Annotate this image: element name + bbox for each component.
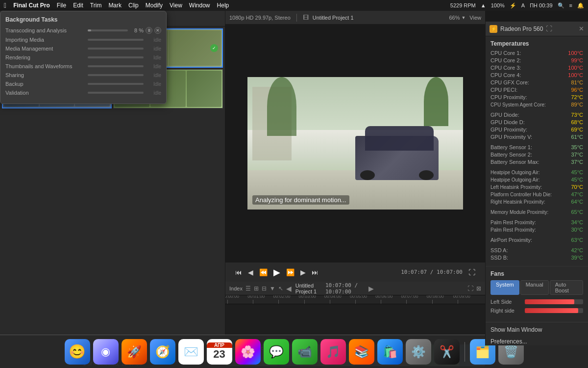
viewer-format: 1080p HD 29.97p, Stereo — [229, 15, 291, 21]
control-center-icon[interactable]: ≡ — [569, 2, 572, 8]
app-name-menu[interactable]: Final Cut Pro — [13, 2, 50, 9]
step-forward-icon[interactable]: ▶ — [300, 268, 306, 276]
battery-status: 100% — [491, 2, 505, 8]
play-button[interactable]: ▶ — [273, 267, 280, 278]
timeline-timecode: 10:07:00 / 10:07:00 — [325, 282, 365, 295]
stop-btn[interactable]: ✕ — [154, 27, 161, 34]
step-back-icon[interactable]: ◀ — [248, 268, 253, 276]
timeline-nav: ◀ Untitled Project 1 10:07:00 / 10:07:00… — [286, 282, 374, 295]
file-menu[interactable]: File — [57, 2, 66, 9]
ruler-mark-7: 00:07:00 — [406, 300, 432, 304]
ruler-mark-5: 00:05:00 — [355, 300, 381, 304]
music-icon: 🎵 — [326, 345, 341, 359]
timeline-zoom-icon[interactable]: ⊟ — [262, 285, 267, 292]
timeline-expand-icon[interactable]: ⛶ — [467, 285, 473, 292]
mark-menu[interactable]: Mark — [108, 2, 122, 9]
dock-item-appstore[interactable]: 🛍️ — [377, 339, 403, 365]
rpm-status: 5229 RPM — [450, 2, 476, 8]
dock-item-books[interactable]: 📚 — [349, 339, 374, 365]
search-icon[interactable]: 🔍 — [558, 2, 564, 9]
dock-item-siri[interactable]: ◉ — [93, 339, 119, 365]
window-menu[interactable]: Window — [189, 2, 210, 9]
arrow-tool-icon[interactable]: ↖ — [278, 285, 283, 292]
show-main-window-item[interactable]: Show Main Window — [486, 324, 588, 336]
clip-icon: 🎞 — [303, 14, 309, 21]
temperatures-title: Temperatures — [490, 40, 583, 47]
timeline-settings-icon[interactable]: ⊞ — [254, 285, 259, 292]
skip-back-icon[interactable]: ⏮ — [235, 268, 242, 276]
cpu-peci-row: CPU PECI: 96°C — [490, 87, 583, 93]
timeline-project-name: Untitled Project 1 — [295, 283, 321, 294]
right-heatsink-row: Right Heatsink Proximity: 64°C — [490, 199, 583, 205]
timeline-options-icon[interactable]: ▼ — [270, 285, 275, 292]
background-tasks-popup: Background Tasks Transcoding and Analysi… — [0, 11, 167, 104]
notification-icon[interactable]: 🔔 — [577, 2, 584, 9]
dock-item-fcp[interactable]: ✂️ — [434, 339, 460, 365]
dock-separator — [465, 342, 465, 362]
clip-list-icon[interactable]: ☰ — [245, 285, 251, 292]
photos-icon: 🌸 — [241, 345, 255, 359]
fans-title: Fans — [490, 270, 583, 277]
dock-item-mail[interactable]: ✉️ — [178, 339, 204, 365]
gpu-diode-row: GPU Diode: 73°C — [490, 112, 583, 118]
dock-item-system-prefs[interactable]: ⚙️ — [406, 339, 431, 365]
bg-task-transcoding: Transcoding and Analysis 8 % ⏸ ✕ — [5, 27, 161, 34]
ruler-mark-0: 00:00:00 — [227, 300, 253, 304]
timeline-nav-fwd[interactable]: ▶ — [368, 285, 374, 292]
bg-task-importing: Importing Media idle — [5, 37, 161, 43]
fans-manual-tab[interactable]: Manual — [520, 280, 549, 295]
airport-prox-row: AirPort Proximity: 63°C — [490, 237, 583, 243]
palm-rest1-row: Palm Rest Proximity: 34°C — [490, 219, 583, 225]
rewind-icon[interactable]: ⏪ — [259, 268, 268, 276]
wifi-icon: ▲ — [481, 2, 486, 8]
left-heatsink-row: Left Heatsink Proximity: 70°C — [490, 184, 583, 190]
dock-item-calendar[interactable]: АПР 23 — [207, 339, 232, 365]
gpu-expand-icon[interactable]: ⛶ — [546, 25, 552, 32]
gpu-close-icon[interactable]: ✕ — [579, 25, 584, 32]
trim-menu[interactable]: Trim — [90, 2, 102, 9]
dock-item-facetime[interactable]: 📹 — [292, 339, 318, 365]
safari-icon: 🧭 — [155, 345, 170, 359]
bg-task-sharing: Sharing idle — [5, 72, 161, 78]
timeline-collapse-icon[interactable]: ⊠ — [476, 285, 481, 292]
fans-autoboost-tab[interactable]: Auto Boost — [550, 280, 583, 295]
facetime-icon: 📹 — [297, 345, 312, 359]
view-button[interactable]: View — [469, 15, 481, 21]
dock-item-launchpad[interactable]: 🚀 — [122, 339, 147, 365]
skip-forward-icon[interactable]: ⏭ — [312, 268, 318, 276]
apple-menu[interactable]:  — [4, 1, 6, 9]
dock-item-music[interactable]: 🎵 — [320, 339, 346, 365]
playback-controls: ⏮ ◀ ⏪ ▶ ⏩ ▶ ⏭ 10:07:07 / 10:07:00 ⛶ — [225, 262, 485, 282]
bg-tasks-title: Background Tasks — [5, 16, 161, 23]
dock-item-safari[interactable]: 🧭 — [150, 339, 175, 365]
video-tree-left — [267, 77, 296, 136]
batt-sensor1-row: Battery Sensor 1: 35°C — [490, 144, 583, 150]
bg-task-validation: Validation idle — [5, 90, 161, 96]
fast-forward-icon[interactable]: ⏩ — [286, 268, 294, 276]
pause-btn[interactable]: ⏸ — [146, 27, 152, 34]
view-menu[interactable]: View — [170, 2, 182, 9]
edit-menu[interactable]: Edit — [73, 2, 83, 9]
cpu-core1-row: CPU Core 1: 100°C — [490, 50, 583, 56]
ruler-mark-6: 00:06:00 — [381, 300, 406, 304]
video-frame: Analyzing for dominant motion... — [247, 77, 463, 210]
finder-icon: 😊 — [69, 343, 86, 360]
clip-menu[interactable]: Clip — [128, 2, 139, 9]
gpu-prox-row: GPU Proximity: 69°C — [490, 127, 583, 132]
fan-left-bar — [525, 299, 583, 304]
timeline-nav-back[interactable]: ◀ — [286, 285, 292, 292]
ruler-mark-1: 00:01:00 — [253, 300, 278, 304]
help-menu[interactable]: Help — [217, 2, 229, 9]
fullscreen-icon[interactable]: ⛶ — [468, 268, 475, 276]
cpu-core3-row: CPU Core 3: 100°C — [490, 65, 583, 71]
modify-menu[interactable]: Modify — [146, 2, 163, 9]
video-tree-right — [424, 77, 448, 126]
fans-system-tab[interactable]: System — [490, 280, 519, 295]
dock-item-finder[interactable]: 😊 — [65, 339, 90, 365]
preferences-item[interactable]: Preferences... — [486, 336, 588, 345]
calendar-month: АПР — [207, 342, 232, 348]
cpu-gfx-row: CPU GFX Core: 81°C — [490, 79, 583, 85]
dock-item-messages[interactable]: 💬 — [264, 339, 289, 365]
ruler-marks: 00:00:00 00:01:00 00:02:00 00:03:00 00:0… — [227, 295, 483, 304]
dock-item-photos[interactable]: 🌸 — [235, 339, 261, 365]
